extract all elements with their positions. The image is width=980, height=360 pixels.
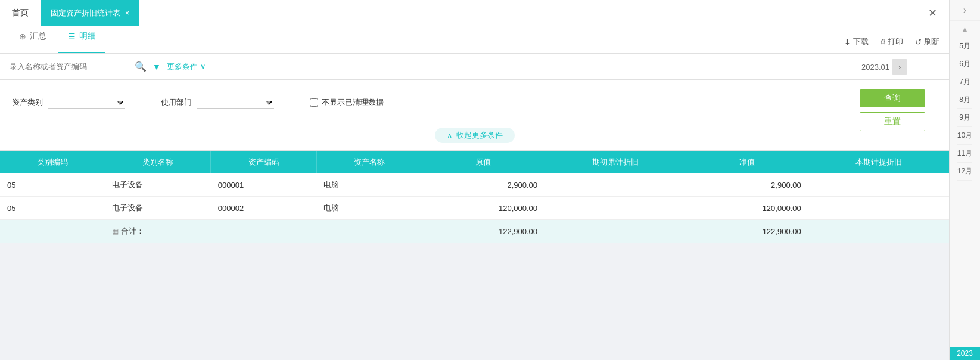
cell-asset-code: 000001 (211, 173, 316, 197)
cell-category-name: 电子设备 (105, 197, 210, 220)
col-header-original-value: 原值 (422, 151, 545, 173)
asset-category-filter: 资产类别 ▼ (12, 96, 125, 109)
table-row: 05 电子设备 000001 电脑 2,900.00 2,900.00 (0, 173, 949, 197)
month-item[interactable]: 10月 (957, 127, 972, 145)
right-month-panel: › ▲ 5月6月7月8月9月10月11月12月 2023 (949, 0, 980, 243)
home-tab[interactable]: 首页 (0, 0, 41, 26)
total-label-cell: ▦ 合计： (105, 220, 422, 243)
month-item[interactable]: 7月 (957, 73, 972, 91)
collapse-icon: ∧ (447, 131, 453, 140)
sub-tabs-left: ⊕ 汇总 ☰ 明细 (10, 26, 105, 53)
table-header-row: 类别编码 类别名称 资产编码 资产名称 原值 期初累计折旧 净值 本期计提折旧 (0, 151, 949, 173)
print-icon: ⎙ (881, 38, 885, 46)
cell-current-dep (808, 173, 949, 197)
summary-tab-label: 汇总 (30, 31, 46, 42)
table-row: 05 电子设备 000002 电脑 120,000.00 120,000.00 (0, 197, 949, 220)
more-conditions-button[interactable]: 更多条件 ∨ (167, 61, 206, 72)
search-icon[interactable]: 🔍 (135, 61, 147, 72)
collapse-button[interactable]: ∧ 收起更多条件 (435, 128, 515, 143)
col-header-current-dep: 本期计提折旧 (808, 151, 949, 173)
cell-category-code: 05 (0, 197, 105, 220)
month-item[interactable]: 12月 (957, 163, 972, 181)
col-header-accumulated-dep: 期初累计折旧 (545, 151, 686, 173)
collapse-label: 收起更多条件 (456, 130, 503, 141)
list-icon: ☰ (68, 32, 76, 41)
download-icon: ⬇ (844, 38, 851, 46)
cell-accumulated-dep (545, 197, 686, 220)
layers-icon: ⊕ (19, 32, 26, 41)
department-label: 使用部门 (161, 97, 192, 108)
department-select-wrapper: ▼ (197, 96, 274, 109)
cell-net-value: 2,900.00 (686, 173, 808, 197)
department-filter: 使用部门 ▼ (161, 96, 274, 109)
cell-current-dep (808, 197, 949, 220)
month-item[interactable]: 6月 (957, 55, 972, 73)
download-button[interactable]: ⬇ 下载 (844, 36, 869, 47)
cell-net-value: 120,000.00 (686, 197, 808, 220)
download-label: 下载 (853, 36, 869, 47)
no-cleared-checkbox[interactable] (310, 98, 318, 107)
panel-expand-button[interactable]: › (950, 0, 980, 21)
total-original-value: 122,900.00 (422, 220, 545, 243)
tab-label: 固定资产折旧统计表 (51, 8, 120, 18)
month-item[interactable]: 8月 (957, 91, 972, 109)
asset-category-select[interactable] (48, 96, 125, 109)
cell-category-code: 05 (0, 173, 105, 197)
data-table: 类别编码 类别名称 资产编码 资产名称 原值 期初累计折旧 净值 本期计提折旧 … (0, 151, 949, 243)
refresh-label: 刷新 (924, 36, 939, 47)
tab-summary[interactable]: ⊕ 汇总 (10, 26, 56, 53)
toolbar-actions: ⬇ 下载 ⎙ 打印 ↺ 刷新 (844, 36, 939, 53)
more-conditions-label: 更多条件 (167, 61, 198, 72)
collapse-section: ∧ 收起更多条件 (12, 123, 937, 150)
col-header-asset-code: 资产编码 (211, 151, 316, 173)
cell-accumulated-dep (545, 173, 686, 197)
cell-original-value: 120,000.00 (422, 197, 545, 220)
total-icon-cell (0, 220, 105, 243)
month-item[interactable]: 11月 (957, 145, 972, 163)
col-header-asset-name: 资产名称 (316, 151, 422, 173)
department-select[interactable] (197, 96, 274, 109)
month-list: 5月6月7月8月9月10月11月12月 (957, 38, 972, 181)
filter-section: 资产类别 ▼ 使用部门 ▼ 不显示已清理数 (0, 80, 949, 151)
print-button[interactable]: ⎙ 打印 (881, 36, 903, 47)
cell-asset-name: 电脑 (316, 197, 422, 220)
asset-category-select-wrapper: ▼ (48, 96, 125, 109)
no-cleared-checkbox-group: 不显示已清理数据 (310, 97, 384, 108)
total-label: 合计： (121, 226, 144, 237)
cell-original-value: 2,900.00 (422, 173, 545, 197)
filter-row: 资产类别 ▼ 使用部门 ▼ 不显示已清理数 (12, 89, 937, 116)
print-label: 打印 (888, 36, 903, 47)
tab-detail[interactable]: ☰ 明细 (58, 26, 105, 53)
total-net-value: 122,900.00 (686, 220, 808, 243)
month-item[interactable]: 9月 (957, 109, 972, 127)
tab-close-button[interactable]: × (125, 9, 129, 17)
refresh-icon: ↺ (915, 38, 922, 46)
cell-asset-name: 电脑 (316, 173, 422, 197)
data-table-wrapper: 类别编码 类别名称 资产编码 资产名称 原值 期初累计折旧 净值 本期计提折旧 … (0, 151, 949, 243)
col-header-net-value: 净值 (686, 151, 808, 173)
no-cleared-label: 不显示已清理数据 (322, 97, 384, 108)
expand-search-button[interactable]: › (892, 59, 907, 75)
total-accumulated-dep (545, 220, 686, 243)
active-tab[interactable]: 固定资产折旧统计表 × (41, 0, 139, 26)
detail-tab-label: 明细 (79, 31, 96, 42)
window-close-button[interactable]: ✕ (928, 7, 937, 20)
total-row: ▦ 合计： 122,900.00 122,900.00 (0, 220, 949, 243)
cell-asset-code: 000002 (211, 197, 316, 220)
date-display: 2023.01 (861, 62, 889, 71)
query-button[interactable]: 查询 (860, 89, 925, 107)
refresh-button[interactable]: ↺ 刷新 (915, 36, 939, 47)
month-item[interactable]: 5月 (957, 38, 972, 55)
chevron-down-icon: ∨ (200, 62, 206, 71)
search-input[interactable] (10, 62, 129, 71)
cell-category-name: 电子设备 (105, 173, 210, 197)
total-current-dep (808, 220, 949, 243)
total-icon: ▦ (112, 227, 119, 235)
filter-icon: ▼ (153, 62, 161, 72)
scroll-up-button[interactable]: ▲ (950, 21, 980, 38)
search-row: 🔍 ▼ 更多条件 ∨ › 2023.01 (0, 54, 949, 80)
asset-category-label: 资产类别 (12, 97, 43, 108)
filter-buttons: 查询 重置 (860, 89, 925, 131)
reset-button[interactable]: 重置 (860, 112, 925, 131)
sub-tabs-bar: ⊕ 汇总 ☰ 明细 ⬇ 下载 ⎙ 打印 ↺ 刷新 (0, 26, 949, 54)
